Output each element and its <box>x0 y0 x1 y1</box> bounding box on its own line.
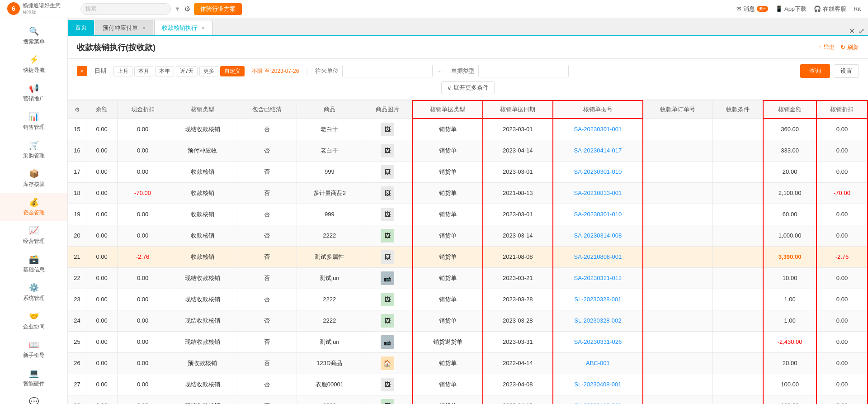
this-year-btn[interactable]: 本年 <box>155 66 174 76</box>
tab-receipt[interactable]: 收款核销执行 × <box>154 20 212 35</box>
more-date-btn[interactable]: 更多 <box>199 66 218 76</box>
industry-btn[interactable]: 体验行业方案 <box>194 3 242 15</box>
export-btn[interactable]: ↑ 导出 <box>819 43 835 52</box>
sidebar-item-base[interactable]: 🗃️ 基础信息 <box>0 250 67 278</box>
table-row: 23 0.00 0.00 现结收款核销 否 2222 🖼 销货单 2023-03… <box>68 289 868 310</box>
cell-bill-no[interactable]: SA-20230301-001 <box>553 119 643 140</box>
sidebar-label-collab: 企业协同 <box>23 323 45 331</box>
online-support-btn[interactable]: 🎧 在线客服 <box>814 5 846 13</box>
cell-bill-no[interactable]: SA-20210813-001 <box>553 182 643 204</box>
main-table: ⚙ 余额 现金折扣 核销类型 包含已结清 商品 商品图片 核销单据类型 核销单据… <box>68 100 868 404</box>
table-row: 21 0.00 -2.76 收款核销 否 测试多属性 🖼 销货单 2021-08… <box>68 246 868 267</box>
cell-order-no <box>643 289 712 310</box>
cell-goods: 2222 <box>297 395 362 404</box>
tab-receipt-label: 收款核销执行 <box>162 24 197 32</box>
cell-goods-img: 🖼 <box>362 395 413 404</box>
cell-bill-no[interactable]: SA-20230314-008 <box>553 225 643 246</box>
logo-badge: 标准版 <box>23 9 61 15</box>
sidebar-item-shortcut[interactable]: ⚡ 快捷导航 <box>0 50 67 79</box>
cell-settled: 否 <box>237 267 297 289</box>
last-7-days-btn[interactable]: 近7天 <box>176 66 198 76</box>
cell-bill-no[interactable]: SA-20210808-001 <box>553 246 643 267</box>
cell-type: 现结收款核销 <box>168 395 237 404</box>
refresh-btn[interactable]: ↻ 刷新 <box>840 43 859 52</box>
sidebar-item-operation[interactable]: 📈 经营管理 <box>0 221 67 250</box>
sidebar-item-hardware[interactable]: 💻 智能硬件 <box>0 364 67 392</box>
cell-bill-no[interactable]: SL-20230328-002 <box>553 310 643 331</box>
cell-order-no <box>643 267 712 289</box>
cell-cash-discount: 0.00 <box>118 140 168 161</box>
cell-bill-no[interactable]: SA-20230331-026 <box>553 331 643 352</box>
gear-icon[interactable]: ⚙ <box>184 5 190 13</box>
cell-bill-no[interactable]: ABC-001 <box>553 352 643 374</box>
app-download-btn[interactable]: 📱 App下载 <box>775 5 807 13</box>
close-window-btn[interactable]: ✕ <box>849 27 855 35</box>
sidebar-item-sales[interactable]: 📊 销售管理 <box>0 107 67 136</box>
last-month-btn[interactable]: 上月 <box>113 66 132 76</box>
cell-bill-no[interactable]: SA-20230414-017 <box>553 140 643 161</box>
cell-balance: 0.00 <box>86 267 118 289</box>
cell-goods: 2222 <box>297 289 362 310</box>
cell-amount: 60.00 <box>763 204 816 225</box>
expand-btn[interactable]: ∨ 展开更多条件 <box>441 81 495 94</box>
from-unit-group: 往来单位 ··· <box>315 65 444 77</box>
user-btn[interactable]: Rit <box>854 5 861 12</box>
from-unit-input[interactable] <box>342 65 433 77</box>
sidebar-item-purchase[interactable]: 🛒 采购管理 <box>0 136 67 164</box>
tab-prepayment-close[interactable]: × <box>142 25 146 31</box>
cell-bill-type: 销货单 <box>413 395 483 404</box>
cell-goods-img: 🖼 <box>362 246 413 267</box>
sidebar-item-collab[interactable]: 🤝 企业协同 <box>0 307 67 335</box>
cell-settled: 否 <box>237 225 297 246</box>
sidebar-item-inventory[interactable]: 📦 库存核算 <box>0 164 67 193</box>
cell-bill-no[interactable]: SL-20230328-001 <box>553 289 643 310</box>
cell-settled: 否 <box>237 204 297 225</box>
notification-btn[interactable]: ✉ 消息 99+ <box>736 5 768 13</box>
tab-home[interactable]: 首页 <box>68 20 94 35</box>
col-bill-date: 核销单据日期 <box>483 100 553 119</box>
collapse-btn[interactable]: » <box>77 66 87 76</box>
expand-label: 展开更多条件 <box>453 84 489 92</box>
cell-bill-date: 2022-04-14 <box>483 352 553 374</box>
cell-amount: 20.00 <box>763 352 816 374</box>
cell-cash-discount: 0.00 <box>118 267 168 289</box>
cell-id: 16 <box>68 140 86 161</box>
cell-bill-type: 销货单 <box>413 119 483 140</box>
cell-discount: 0.00 <box>816 140 868 161</box>
cell-bill-no[interactable]: SA-20230301-010 <box>553 161 643 182</box>
cell-discount: 0.00 <box>816 374 868 395</box>
cell-order-no <box>643 161 712 182</box>
cell-bill-no[interactable]: SA-20230321-012 <box>553 267 643 289</box>
cell-discount: 0.00 <box>816 204 868 225</box>
this-month-btn[interactable]: 本月 <box>134 66 153 76</box>
cell-type: 收款核销 <box>168 225 237 246</box>
cell-goods: 2222 <box>297 225 362 246</box>
tab-prepayment[interactable]: 预付冲应付单 × <box>95 20 153 35</box>
sidebar-item-system[interactable]: ⚙️ 系统管理 <box>0 278 67 307</box>
query-btn[interactable]: 查询 <box>800 64 830 78</box>
sidebar-item-wechat[interactable]: 💬 企业微信 <box>0 392 67 404</box>
custom-date-btn[interactable]: 自定义 <box>220 66 245 76</box>
tab-receipt-close[interactable]: × <box>202 25 205 31</box>
wechat-icon: 💬 <box>29 397 39 404</box>
cell-type: 现结收款核销 <box>168 310 237 331</box>
top-search-box[interactable]: 搜索... <box>80 3 171 15</box>
cell-bill-no[interactable]: SL-20230418-001 <box>553 395 643 404</box>
maximize-btn[interactable]: ⤢ <box>859 27 864 35</box>
cell-bill-type: 销货单 <box>413 289 483 310</box>
refresh-icon: ↻ <box>840 44 845 51</box>
cell-bill-no[interactable]: SL-20230408-001 <box>553 374 643 395</box>
type-select[interactable] <box>478 65 569 77</box>
notification-count: 99+ <box>757 6 768 12</box>
table-row: 22 0.00 0.00 现结收款核销 否 测试jun 📷 销货单 2023-0… <box>68 267 868 289</box>
setting-btn[interactable]: 设置 <box>834 64 859 78</box>
sidebar-item-marketing[interactable]: 📢 营销推广 <box>0 79 67 107</box>
sidebar-item-finance[interactable]: 💰 资金管理 <box>0 193 67 221</box>
sidebar-item-search[interactable]: 🔍 搜索菜单 <box>0 22 67 50</box>
cell-bill-date: 2023-03-28 <box>483 310 553 331</box>
cell-balance: 0.00 <box>86 225 118 246</box>
cell-bill-no[interactable]: SA-20230301-010 <box>553 204 643 225</box>
sidebar-item-guide[interactable]: 📖 新手引导 <box>0 335 67 364</box>
col-settings[interactable]: ⚙ <box>68 100 86 119</box>
cell-goods: 2222 <box>297 310 362 331</box>
